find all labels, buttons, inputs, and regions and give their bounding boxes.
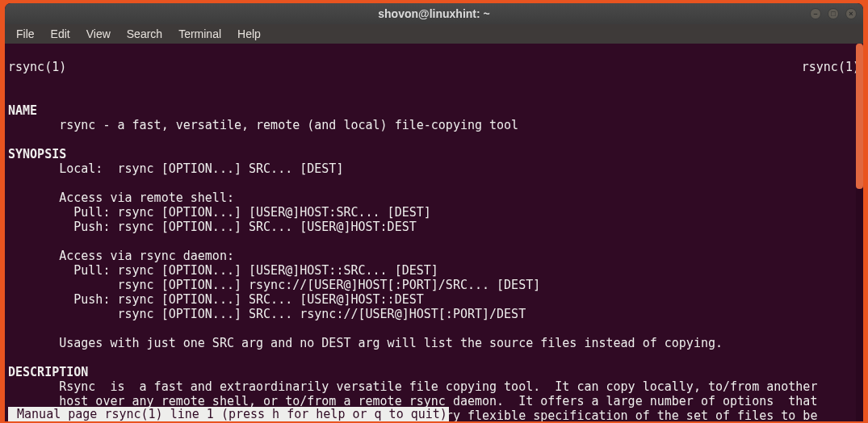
blank	[8, 350, 15, 365]
titlebar: shovon@linuxhint: ~ – □ ×	[5, 3, 863, 24]
synopsis-line: Push: rsync [OPTION...] SRC... [USER@]HO…	[8, 292, 424, 307]
menu-terminal[interactable]: Terminal	[172, 26, 228, 42]
blank	[8, 234, 15, 249]
maximize-icon[interactable]: □	[828, 8, 839, 19]
synopsis-line: Access via rsync daemon:	[8, 249, 234, 263]
blank	[8, 89, 15, 103]
terminal-window: shovon@linuxhint: ~ – □ × File Edit View…	[5, 3, 863, 421]
name-line: rsync - a fast, versatile, remote (and l…	[8, 118, 518, 132]
section-description: DESCRIPTION	[8, 365, 88, 379]
window-controls: – □ ×	[810, 8, 857, 19]
menubar: File Edit View Search Terminal Help	[5, 24, 863, 44]
man-header-left: rsync(1)	[8, 60, 66, 74]
blank	[8, 132, 15, 147]
description-line: Rsync is a fast and extraordinarily vers…	[8, 379, 817, 394]
menu-help[interactable]: Help	[231, 26, 267, 42]
synopsis-line: Pull: rsync [OPTION...] [USER@]HOST::SRC…	[8, 263, 438, 278]
minimize-icon[interactable]: –	[810, 8, 821, 19]
blank	[8, 321, 15, 336]
section-synopsis: SYNOPSIS	[8, 147, 66, 161]
menu-edit[interactable]: Edit	[44, 26, 77, 42]
menu-view[interactable]: View	[80, 26, 117, 42]
scroll-thumb[interactable]	[856, 44, 863, 189]
pager-statusline: Manual page rsync(1) line 1 (press h for…	[8, 407, 449, 421]
man-header-right: rsync(1)	[802, 60, 860, 74]
menu-file[interactable]: File	[10, 26, 41, 42]
synopsis-line: Usages with just one SRC arg and no DEST…	[8, 336, 723, 350]
synopsis-line: Push: rsync [OPTION...] SRC... [USER@]HO…	[8, 220, 417, 234]
synopsis-line: Access via remote shell:	[8, 191, 234, 205]
synopsis-line: rsync [OPTION...] SRC... rsync://[USER@]…	[8, 307, 526, 321]
blank	[8, 176, 15, 191]
synopsis-line: Local: rsync [OPTION...] SRC... [DEST]	[8, 161, 343, 176]
section-name: NAME	[8, 103, 37, 118]
window-title: shovon@linuxhint: ~	[378, 7, 489, 20]
synopsis-line: rsync [OPTION...] rsync://[USER@]HOST[:P…	[8, 278, 540, 292]
menu-search[interactable]: Search	[120, 26, 169, 42]
synopsis-line: Pull: rsync [OPTION...] [USER@]HOST:SRC.…	[8, 205, 431, 220]
scrollbar[interactable]	[856, 44, 863, 421]
terminal-content[interactable]: rsync(1)rsync(1) NAME rsync - a fast, ve…	[5, 44, 863, 421]
close-icon[interactable]: ×	[845, 8, 857, 19]
